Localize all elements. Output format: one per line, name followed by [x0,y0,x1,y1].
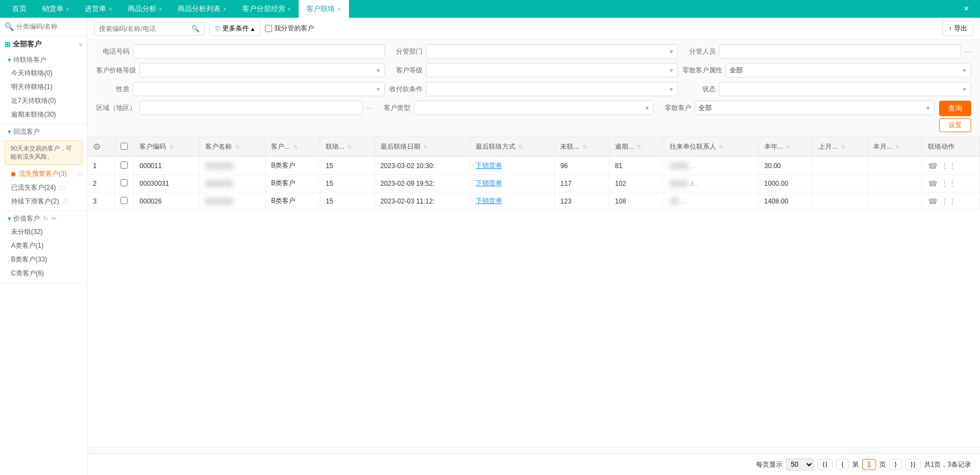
filter-search-box[interactable]: 🔍 [94,22,205,35]
row1-contact-person: ████ ... [664,157,758,175]
person-select[interactable] [719,44,961,59]
sidebar-item-declining[interactable]: 持续下滑客户(2) ⓘ [0,195,87,208]
row2-method-link[interactable]: 下销货单 [476,179,502,187]
query-button[interactable]: 查询 [939,101,971,116]
sidebar-item-7days[interactable]: 近7天待联络(0) [0,94,87,108]
next-page-button[interactable]: ⟩ [889,459,902,470]
value-edit-icon[interactable]: ✏ [51,215,56,222]
prev-page-button[interactable]: ⟨ [836,459,849,470]
last-date-sort-icon[interactable]: ⇅ [423,144,428,150]
nav-purchase[interactable]: 进货单 × [77,0,119,18]
nav-sales[interactable]: 销货单 × [34,0,77,18]
customer-type-field: 客户类型 ▼ [377,101,654,115]
row2-checkbox[interactable] [121,179,128,186]
sidebar-item-overdue[interactable]: 逾期未联络(30) [0,108,87,122]
table-area: ⚙ 客户编码 ⇅ 客户名称 ⇅ 客户... ⇅ 联络... ⇅ 最后联络日期 ⇅… [87,137,980,447]
nav-home[interactable]: 首页 [4,0,34,18]
collapse-icon[interactable]: « [79,41,82,48]
price-level-select[interactable]: ▼ [139,63,385,77]
region-select[interactable] [139,101,363,115]
customer-level-select[interactable]: ▼ [426,63,678,77]
row1-code: 000011 [134,157,200,175]
row2-more-icon[interactable]: ⋮⋮ [941,179,956,188]
nav-product-list[interactable]: 商品分析列表 × [170,0,234,18]
window-close-button[interactable]: × [957,4,976,14]
row2-phone-icon[interactable]: ☎ [928,179,937,188]
filter-search-input[interactable] [99,25,189,33]
close-product-analysis-icon[interactable]: × [159,0,162,18]
close-purchase-icon[interactable]: × [108,0,112,18]
my-customers-checkbox[interactable]: 我分管的客户 [265,24,314,33]
customer-type-select[interactable]: ▼ [414,101,654,115]
horizontal-scrollbar[interactable] [87,447,980,453]
row1-phone-icon[interactable]: ☎ [928,161,937,170]
code-sort-icon[interactable]: ⇅ [169,144,174,150]
first-page-button[interactable]: ⟨⟨ [817,459,833,470]
sidebar-item-class-b[interactable]: B类客户(33) [0,253,87,267]
sidebar-item-class-a[interactable]: A类客户(1) [0,239,87,253]
name-sort-icon[interactable]: ⇅ [235,144,239,150]
person-more-button[interactable]: ··· [965,47,971,56]
lm-sort-icon[interactable]: ⇅ [841,144,845,150]
cp-sort-icon[interactable]: ⇅ [719,144,723,150]
row3-method-link[interactable]: 下销货单 [476,197,502,205]
ty-sort-icon[interactable]: ⇅ [786,144,790,150]
sidebar-item-tomorrow[interactable]: 明天待联络(1) [0,80,87,94]
nav-customer-tier[interactable]: 客户分层经营 × [234,0,299,18]
row1-checkbox-cell [115,157,134,175]
value-refresh-icon[interactable]: ↻ [43,215,48,222]
overdue-sort-icon[interactable]: ⇅ [637,144,641,150]
setting-button[interactable]: 设置 [939,118,971,132]
payment-label: 收付款条件 [389,85,423,94]
price-level-arrow: ▼ [376,67,381,74]
sidebar-item-class-c[interactable]: C类客户(6) [0,267,87,280]
nature-select[interactable]: ▼ [133,82,385,96]
row1-method-link[interactable]: 下销货单 [476,161,502,169]
close-customer-tier-icon[interactable]: × [288,0,291,18]
status-select[interactable]: ▼ [719,82,971,96]
row1-checkbox[interactable] [121,161,128,169]
per-page-select[interactable]: 50 100 [786,458,814,471]
contact-sort-icon[interactable]: ⇅ [347,144,352,150]
uncontacted-sort-icon[interactable]: ⇅ [582,144,587,150]
phone-input[interactable] [133,44,385,59]
export-button[interactable]: ↑ 导出 [942,21,973,36]
churn-warning-label: 流失预警客户(3) [19,169,67,179]
dept-select[interactable]: ▼ [426,44,678,59]
tm-sort-icon[interactable]: ⇅ [895,144,900,150]
pending-contact-title[interactable]: ▼ 待联络客户 [0,53,87,66]
phone-field: 电话号码 [96,44,385,59]
sidebar-item-unclassified[interactable]: 未分组(32) [0,225,87,239]
my-customers-check-input[interactable] [265,25,272,32]
type-sort-icon[interactable]: ⇅ [293,144,298,150]
nav-product-analysis[interactable]: 商品分析 × [120,0,170,18]
retail-customer-select[interactable]: 全部 ▼ [695,101,935,115]
row3-this-month [868,192,922,210]
nav-customer-contact[interactable]: 客户联络 × [299,0,348,18]
close-customer-contact-icon[interactable]: × [337,0,341,18]
select-all-checkbox[interactable] [121,143,128,150]
row3-checkbox[interactable] [121,197,128,204]
last-page-button[interactable]: ⟩⟩ [905,459,921,470]
last-method-sort-icon[interactable]: ⇅ [518,144,523,150]
value-customers-title[interactable]: ▼ 价值客户 ↻ ✏ [0,211,87,225]
row1-more-icon[interactable]: ⋮⋮ [941,161,956,170]
sidebar-item-churned[interactable]: 已流失客户(24) ⓘ [0,181,87,195]
returning-customers-title[interactable]: ▼ 回流客户 [0,124,87,138]
nav-purchase-label: 进货单 [85,0,106,18]
row3-phone-icon[interactable]: ☎ [928,197,937,206]
sidebar-item-churn-warning[interactable]: 流失预警客户(3) ⓘ [0,167,87,181]
grid-settings-icon[interactable]: ⚙ [93,142,101,152]
settings-col-header[interactable]: ⚙ [87,137,115,157]
close-product-list-icon[interactable]: × [223,0,226,18]
region-more-button[interactable]: ··· [366,103,373,112]
close-sales-icon[interactable]: × [66,0,69,18]
row2-actions: ☎ ⋮⋮ [922,175,979,192]
row3-more-icon[interactable]: ⋮⋮ [941,197,956,206]
payment-select[interactable]: ▼ [426,82,678,96]
sidebar-all-customers[interactable]: ⊞ 全部客户 « [0,36,87,53]
more-conditions-button[interactable]: ▽ 更多条件 ▴ [209,21,260,36]
sidebar-item-today[interactable]: 今天待联络(0) [0,66,87,80]
retail-attr-select[interactable]: 全部 ▼ [726,63,971,77]
sidebar-search-input[interactable] [16,23,87,30]
